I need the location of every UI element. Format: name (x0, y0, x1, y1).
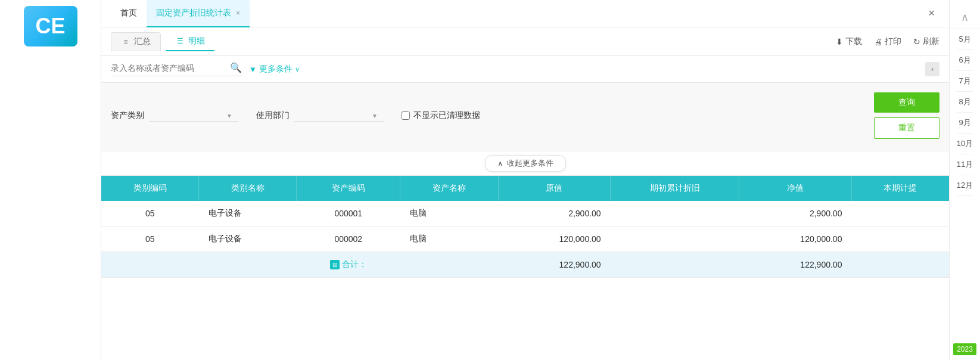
cell-original-value: 120,000.00 (498, 226, 611, 252)
department-select[interactable] (294, 110, 384, 122)
month-item[interactable]: 11月 (957, 154, 973, 175)
collapse-button[interactable]: ∧ 收起更多条件 (485, 155, 566, 172)
tab-close-icon[interactable]: × (236, 9, 240, 17)
collapse-icon: ∧ (497, 159, 503, 168)
app-logo: CE (24, 6, 77, 46)
collapse-bar: ∧ 收起更多条件 (101, 151, 949, 176)
col-asset-code: 资产编码 (297, 176, 400, 201)
total-net-value: 122,900.00 (739, 252, 852, 278)
asset-category-select[interactable] (149, 110, 238, 122)
total-row: ⊞ 合计： 122,900.00 122,900.00 (101, 252, 949, 278)
month-item[interactable]: 5月 (957, 29, 973, 50)
tab-row: ≡ 汇总 ☰ 明细 ⬇ 下载 🖨 打印 ↻ 刷新 (101, 27, 949, 56)
hide-cleared-checkbox[interactable] (402, 111, 410, 120)
cell-current-depreciation (851, 201, 949, 226)
home-tab[interactable]: 首页 (111, 0, 147, 27)
hide-cleared-filter: 不显示已清理数据 (402, 110, 480, 121)
print-icon: 🖨 (874, 37, 882, 46)
cell-asset-code: 000002 (297, 226, 400, 252)
cell-asset-code: 000001 (297, 201, 400, 226)
year-badge: 2023 (953, 343, 976, 355)
month-item[interactable]: 10月 (957, 134, 973, 154)
cell-original-value: 2,900.00 (498, 201, 611, 226)
left-sidebar: CE (0, 0, 101, 360)
search-area: 🔍 ▼ 更多条件 ∨ › (101, 56, 949, 83)
total-label: 合计： (342, 259, 367, 270)
nav-arrow-btn[interactable]: › (925, 62, 939, 76)
reset-button[interactable]: 重置 (874, 117, 939, 139)
filter-icon: ▼ (249, 65, 257, 74)
search-icon[interactable]: 🔍 (230, 62, 242, 73)
cell-asset-name: 电脑 (400, 226, 498, 252)
cell-category-name: 电子设备 (199, 201, 297, 226)
download-button[interactable]: ⬇ 下载 (836, 36, 862, 47)
cell-category-code: 05 (101, 226, 199, 252)
summary-icon: ≡ (121, 37, 130, 46)
month-item[interactable]: 8月 (957, 92, 973, 113)
filter-actions: 查询 重置 (874, 92, 939, 139)
download-icon: ⬇ (836, 37, 843, 46)
month-item[interactable]: 12月 (957, 175, 973, 196)
window-close-button[interactable]: × (923, 5, 939, 22)
chevron-down-icon: ∨ (295, 66, 300, 73)
cell-category-code: 05 (101, 201, 199, 226)
query-button[interactable]: 查询 (874, 92, 939, 113)
col-current-depreciation: 本期计提 (851, 176, 949, 201)
col-net-value: 净值 (739, 176, 852, 201)
print-button[interactable]: 🖨 打印 (874, 36, 901, 47)
cell-asset-name: 电脑 (400, 201, 498, 226)
col-original-value: 原值 (498, 176, 611, 201)
month-nav-up[interactable]: ∧ (950, 6, 980, 29)
cell-current-depreciation (851, 226, 949, 252)
right-sidebar: ∧ 5月6月7月8月9月10月11月12月 2023 (949, 0, 980, 360)
department-filter: 使用部门 ▼ (256, 110, 378, 122)
more-conditions-btn[interactable]: ▼ 更多条件 ∨ (249, 64, 300, 75)
tab-detail[interactable]: ☰ 明细 (166, 32, 214, 51)
cell-accumulated-depreciation (611, 226, 739, 252)
search-input[interactable] (111, 63, 226, 73)
col-category-name: 类别名称 (199, 176, 297, 201)
data-table: 类别编码 类别名称 资产编码 资产名称 原值 期初累计折旧 净值 本期计提 05… (101, 176, 949, 278)
main-content: 首页 固定资产折旧统计表 × × ≡ 汇总 ☰ 明细 ⬇ 下载 🖨 打印 (101, 0, 949, 360)
refresh-button[interactable]: ↻ 刷新 (913, 36, 939, 47)
total-accumulated-depreciation (611, 252, 739, 278)
detail-icon: ☰ (175, 36, 185, 46)
total-icon: ⊞ (330, 260, 340, 269)
total-current-depreciation (851, 252, 949, 278)
asset-category-filter: 资产类别 ▼ (111, 110, 232, 122)
cell-category-name: 电子设备 (199, 226, 297, 252)
tab-summary[interactable]: ≡ 汇总 (111, 32, 161, 51)
col-category-code: 类别编码 (101, 176, 199, 201)
cell-accumulated-depreciation (611, 201, 739, 226)
table-header-row: 类别编码 类别名称 资产编码 资产名称 原值 期初累计折旧 净值 本期计提 (101, 176, 949, 201)
refresh-icon: ↻ (913, 37, 920, 46)
month-item[interactable]: 9月 (957, 113, 973, 134)
search-field: 🔍 (111, 62, 242, 76)
active-tab[interactable]: 固定资产折旧统计表 × (147, 0, 250, 27)
cell-net-value: 120,000.00 (739, 226, 852, 252)
total-original-value: 122,900.00 (498, 252, 611, 278)
table-row: 05 电子设备 000002 电脑 120,000.00 120,000.00 (101, 226, 949, 252)
month-item[interactable]: 7月 (957, 71, 973, 92)
table-container: 类别编码 类别名称 资产编码 资产名称 原值 期初累计折旧 净值 本期计提 05… (101, 176, 949, 360)
table-row: 05 电子设备 000001 电脑 2,900.00 2,900.00 (101, 201, 949, 226)
month-item[interactable]: 6月 (957, 50, 973, 71)
cell-net-value: 2,900.00 (739, 201, 852, 226)
toolbar-actions: ⬇ 下载 🖨 打印 ↻ 刷新 (836, 36, 939, 47)
advanced-filter: 资产类别 ▼ 使用部门 ▼ 不显示已清理数据 查询 重置 (101, 83, 949, 151)
top-bar: 首页 固定资产折旧统计表 × × (101, 0, 949, 27)
col-accumulated-depreciation: 期初累计折旧 (611, 176, 739, 201)
col-asset-name: 资产名称 (400, 176, 498, 201)
